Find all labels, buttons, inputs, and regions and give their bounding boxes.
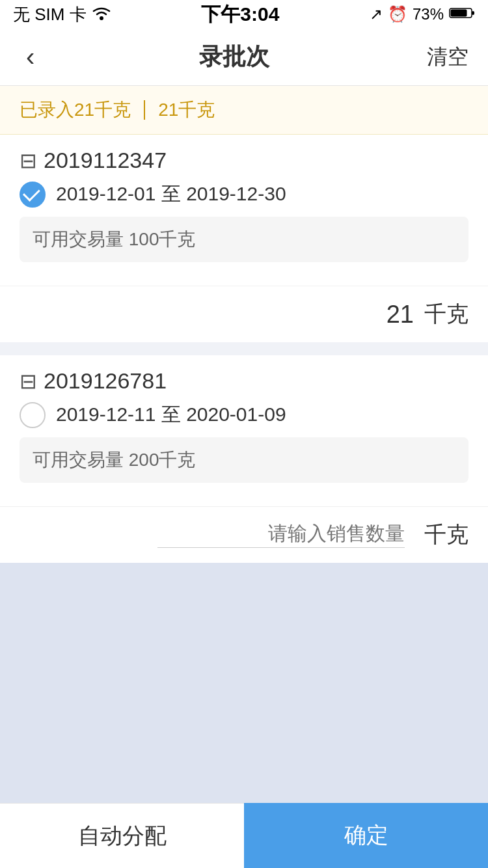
summary-recorded-text: 已录入21千克 (20, 98, 131, 122)
location-icon: ↗ (370, 5, 383, 23)
card-divider (0, 342, 488, 355)
battery-icon (449, 5, 475, 23)
status-time: 下午3:04 (201, 1, 279, 28)
page-title: 录批次 (199, 41, 269, 73)
batch-card-1: ⊟ 2019112347 2019-12-01 至 2019-12-30 可用交… (0, 135, 488, 342)
svg-rect-2 (472, 11, 474, 15)
confirm-button[interactable]: 确定 (244, 803, 488, 868)
batch-available-2: 可用交易量 200千克 (20, 437, 468, 483)
radio-1[interactable] (20, 182, 46, 208)
wifi-icon (92, 5, 111, 25)
batch-id-icon-2: ⊟ (20, 369, 37, 394)
batch-id-row-2: ⊟ 2019126781 (20, 368, 468, 394)
quantity-row-2: 千克 (0, 506, 488, 563)
quantity-input-2[interactable] (157, 522, 405, 545)
nav-bar: ‹ 录批次 清空 (0, 29, 488, 86)
back-button[interactable]: ‹ (20, 36, 41, 78)
quantity-input-wrapper-2[interactable] (157, 522, 405, 548)
batch-date-text-1: 2019-12-01 至 2019-12-30 (56, 181, 286, 208)
batch-date-row-2[interactable]: 2019-12-11 至 2020-01-09 (20, 401, 468, 428)
battery-text: 73% (413, 5, 444, 23)
status-bar: 无 SIM 卡 下午3:04 ↗ ⏰ 73% (0, 0, 488, 29)
status-left: 无 SIM 卡 (13, 3, 111, 26)
batch-id-row-1: ⊟ 2019112347 (20, 148, 468, 173)
quantity-unit-1: 千克 (424, 299, 468, 329)
alarm-icon: ⏰ (388, 5, 407, 23)
no-sim-text: 无 SIM 卡 (13, 3, 87, 26)
batch-date-text-2: 2019-12-11 至 2020-01-09 (56, 401, 286, 428)
batch-id-icon-1: ⊟ (20, 148, 37, 173)
summary-total-text: 21千克 (158, 98, 215, 122)
summary-divider (144, 100, 145, 120)
svg-rect-3 (450, 10, 467, 17)
batch-id-text-2: 2019126781 (44, 368, 167, 394)
batch-available-1: 可用交易量 100千克 (20, 217, 468, 262)
quantity-row-1: 21 千克 (0, 286, 488, 342)
status-right: ↗ ⏰ 73% (370, 5, 475, 23)
clear-button[interactable]: 清空 (427, 43, 468, 72)
batch-id-text-1: 2019112347 (44, 148, 167, 173)
bottom-bar: 自动分配 确定 (0, 803, 488, 868)
svg-point-0 (100, 16, 103, 20)
auto-distribute-button[interactable]: 自动分配 (0, 803, 244, 868)
summary-banner: 已录入21千克 21千克 (0, 86, 488, 135)
batch-card-2: ⊟ 2019126781 2019-12-11 至 2020-01-09 可用交… (0, 355, 488, 563)
quantity-unit-2: 千克 (424, 520, 468, 550)
radio-2[interactable] (20, 402, 46, 428)
quantity-value-1: 21 (386, 301, 414, 329)
batch-date-row-1[interactable]: 2019-12-01 至 2019-12-30 (20, 181, 468, 208)
